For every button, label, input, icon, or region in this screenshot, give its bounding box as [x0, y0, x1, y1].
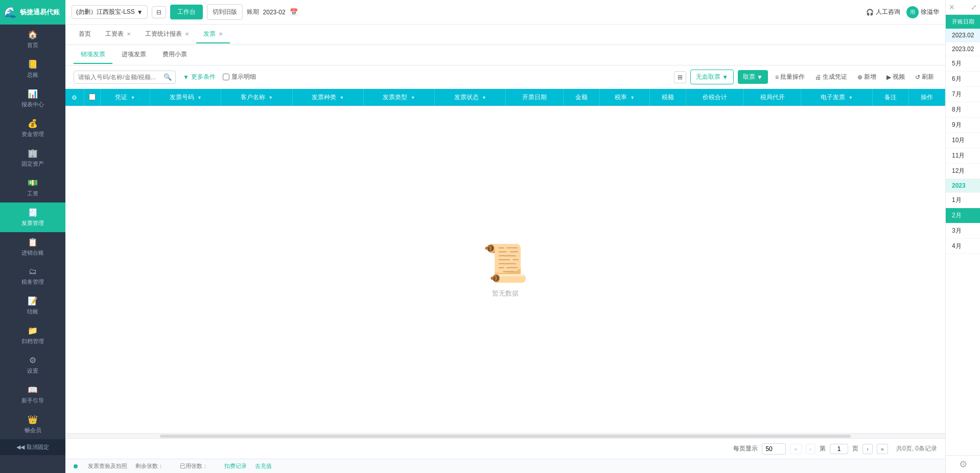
sidebar-item-settings[interactable]: ⚙ 设置	[0, 350, 65, 380]
sidebar-item-ledger[interactable]: 📒 总账	[0, 54, 65, 84]
tab-home[interactable]: 首页	[72, 26, 98, 43]
date-item-5[interactable]: 5月	[946, 56, 980, 72]
tab-invoice[interactable]: 发票 ✕	[196, 26, 230, 43]
sidebar-item-reports[interactable]: 📊 报表中心	[0, 84, 65, 114]
sidebar-item-label: 发票管理	[21, 219, 44, 227]
sidebar-collapse-btn[interactable]: ◀◀ 取消固定	[0, 439, 65, 455]
date-item-7[interactable]: 7月	[946, 87, 980, 102]
remaining-label: 剩余张数：	[135, 462, 164, 470]
workspace-button[interactable]: 工作台	[170, 5, 203, 19]
recharge-link[interactable]: 去充值	[255, 462, 272, 470]
sidebar-item-salary[interactable]: 💵 工资	[0, 173, 65, 202]
date-item-label: 2023.02	[952, 32, 974, 39]
date-item-2[interactable]: 2月	[946, 208, 980, 223]
date-item-11[interactable]: 11月	[946, 148, 980, 164]
batch-ops-btn[interactable]: ≡ 批量操作	[772, 71, 808, 83]
invoice-status-filter-icon[interactable]: ▼	[482, 95, 486, 100]
invoice-no-filter-icon[interactable]: ▼	[197, 95, 202, 100]
deduct-record-link[interactable]: 扣费记录	[224, 462, 247, 470]
last-page-btn[interactable]: »	[877, 444, 888, 454]
tax-rate-filter-icon[interactable]: ▼	[630, 95, 635, 100]
date-item-year-2023[interactable]: 2023	[946, 179, 980, 193]
generate-voucher-btn[interactable]: 🖨 生成凭证	[812, 71, 850, 83]
sidebar-item-membership[interactable]: 👑 畅会员	[0, 410, 65, 439]
sidebar-item-invoice[interactable]: 🧾 发票管理	[0, 202, 65, 232]
sidebar-item-guide[interactable]: 📖 新手引导	[0, 380, 65, 410]
date-item-1[interactable]: 1月	[946, 193, 980, 208]
no-tax-btn[interactable]: 无血取票 ▼	[690, 70, 734, 84]
topbar-right: 🎧 人工咨询 用 徐溢华	[866, 6, 939, 18]
search-input[interactable]	[74, 71, 176, 84]
horizontal-scrollbar[interactable]	[65, 433, 945, 438]
date-item-2023-02-second[interactable]: 2023.02	[946, 42, 980, 56]
date-item-label: 1月	[952, 196, 962, 204]
invoice-category-filter-icon[interactable]: ▼	[411, 95, 415, 100]
tab-salary-close[interactable]: ✕	[127, 31, 131, 37]
collapse-label: 取消固定	[27, 443, 49, 451]
grid-icon: ⊞	[678, 74, 683, 81]
date-item-4[interactable]: 4月	[946, 239, 980, 254]
archive-icon: 📁	[28, 326, 38, 335]
switch-old-btn[interactable]: 切到旧版	[207, 4, 243, 20]
sidebar-item-assets[interactable]: 🏢 固定资产	[0, 143, 65, 173]
date-item-10[interactable]: 10月	[946, 133, 980, 148]
tab-invoice-close[interactable]: ✕	[219, 31, 223, 37]
sidebar-item-close-accounts[interactable]: 📝 结账	[0, 291, 65, 321]
sidebar-item-tax[interactable]: 🗂 税务管理	[0, 262, 65, 291]
refresh-btn[interactable]: ↺ 刷新	[912, 71, 937, 83]
date-item-label: 2023	[952, 182, 966, 189]
date-item-8[interactable]: 8月	[946, 102, 980, 118]
electronic-filter-icon[interactable]: ▼	[848, 95, 853, 100]
date-item-2023-02-top[interactable]: 2023.02	[946, 29, 980, 42]
th-remark: 备注	[872, 89, 908, 106]
tab-salary-report-close[interactable]: ✕	[185, 31, 189, 37]
tab-salary-report[interactable]: 工资统计报表 ✕	[138, 26, 196, 43]
new-btn[interactable]: ⊕ 新增	[854, 71, 879, 83]
empty-text: 暂无数据	[492, 289, 519, 298]
date-item-9[interactable]: 9月	[946, 118, 980, 133]
first-page-btn[interactable]: «	[790, 444, 801, 454]
right-panel-close-btn[interactable]: ✕	[949, 3, 955, 11]
sidebar-item-funds[interactable]: 💰 资金管理	[0, 114, 65, 143]
next-page-btn[interactable]: ›	[862, 444, 873, 454]
grid-view-btn[interactable]: ⊞	[674, 71, 686, 83]
sub-tab-incoming[interactable]: 进项发票	[114, 46, 153, 64]
filter-btn[interactable]: ▼ 更多条件	[180, 71, 219, 83]
take-btn[interactable]: 取票 ▼	[738, 70, 768, 84]
date-item-6[interactable]: 6月	[946, 72, 980, 87]
sub-tab-outgoing[interactable]: 销项发票	[74, 46, 112, 64]
copy-icon-btn[interactable]: ⊟	[152, 6, 166, 18]
date-item-label: 2023.02	[952, 46, 974, 53]
search-wrap: 🔍	[74, 71, 176, 84]
voucher-filter-icon[interactable]: ▼	[131, 95, 135, 100]
th-tax-bureau: 税局代开	[743, 89, 801, 106]
open-period-btn[interactable]: 开账日期	[946, 15, 980, 29]
filter-btn-label: 更多条件	[191, 73, 216, 81]
date-item-3[interactable]: 3月	[946, 223, 980, 239]
video-btn[interactable]: ▶ 视频	[883, 71, 908, 83]
sub-tab-expense[interactable]: 费用小票	[155, 46, 194, 64]
right-panel-expand-btn[interactable]: ⤢	[971, 3, 977, 11]
batch-ops-icon: ≡	[775, 74, 779, 81]
page-size-select[interactable]: 50 20 100	[762, 443, 786, 455]
generate-voucher-label: 生成凭证	[823, 73, 847, 81]
select-all-checkbox[interactable]	[89, 94, 96, 100]
service-btn[interactable]: 🎧 人工咨询	[866, 8, 900, 16]
invoice-type-filter-icon[interactable]: ▼	[339, 95, 344, 100]
date-item-12[interactable]: 12月	[946, 164, 980, 179]
sidebar-item-home[interactable]: 🏠 首页	[0, 25, 65, 54]
settings-bottom-icon[interactable]: ⚙	[959, 459, 967, 470]
show-detail-checkbox[interactable]	[223, 74, 229, 80]
tab-salary[interactable]: 工资表 ✕	[98, 26, 138, 43]
prev-page-btn[interactable]: ‹	[806, 444, 816, 454]
sidebar-item-archive[interactable]: 📁 归档管理	[0, 321, 65, 350]
sidebar-item-sales-ledger[interactable]: 📋 进销台账	[0, 232, 65, 262]
customer-filter-icon[interactable]: ▼	[268, 95, 273, 100]
content-area: 销项发票 进项发票 费用小票 🔍 ▼ 更多条件	[65, 45, 945, 473]
company-selector[interactable]: (勿删）江西股宝-LSS ▼	[72, 5, 148, 19]
user-menu[interactable]: 用 徐溢华	[906, 6, 939, 18]
page-input[interactable]	[830, 444, 848, 454]
show-detail-checkbox-wrap[interactable]: 显示明细	[223, 73, 256, 81]
th-checkbox[interactable]	[84, 89, 100, 106]
period-value: 2023-02	[263, 9, 286, 16]
